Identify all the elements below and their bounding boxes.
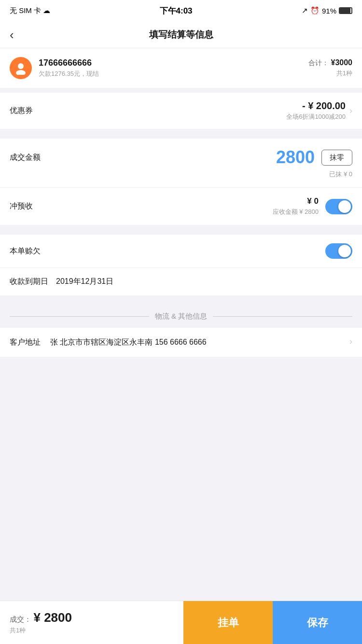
status-time: 下午4:03	[160, 5, 193, 16]
due-date-section: 收款到期日 2019年12月31日	[0, 267, 362, 295]
deal-row: 成交金额 2800 抹零	[10, 147, 352, 168]
logistics-title: 物流 & 其他信息	[155, 312, 207, 321]
status-right: ↗ ⏰ 91%	[302, 6, 352, 15]
credit-toggle[interactable]	[325, 243, 352, 259]
battery-icon	[339, 7, 352, 14]
due-date-label: 收款到期日	[10, 277, 48, 287]
nav-bar: ‹ 填写结算等信息	[0, 21, 362, 48]
prepaid-toggle[interactable]	[325, 199, 352, 214]
address-chevron-icon: ›	[349, 336, 352, 347]
customer-right: 合计： ¥3000 共1种	[308, 58, 352, 78]
prepaid-row: 冲预收 ¥ 0 应收金额 ¥ 2800	[10, 196, 352, 216]
back-button[interactable]: ‹	[10, 28, 14, 41]
deal-amount-value: 2800	[276, 147, 315, 168]
deal-amount-label: 成交金额	[10, 153, 41, 163]
battery-label: 91%	[322, 7, 336, 15]
location-icon: ↗	[302, 6, 308, 15]
address-right: ›	[349, 336, 352, 347]
save-button[interactable]: 保存	[273, 601, 362, 644]
chevron-right-icon: ›	[349, 106, 352, 116]
round-button[interactable]: 抹零	[321, 150, 352, 166]
status-bar: 无 SIM 卡 ☁ 下午4:03 ↗ ⏰ 91%	[0, 0, 362, 21]
due-date-value: 2019年12月31日	[56, 277, 113, 287]
deal-amount-section: 成交金额 2800 抹零 已抹 ¥ 0	[0, 139, 362, 187]
deal-sub-text: 已抹 ¥ 0	[10, 170, 352, 179]
bottom-count: 共1种	[10, 626, 174, 635]
main-content: 17666666666 欠款1276.35元，现结 合计： ¥3000 共1种 …	[0, 48, 362, 405]
bottom-deal-row: 成交： ¥ 2800	[10, 610, 174, 625]
due-date-row: 收款到期日 2019年12月31日	[10, 277, 352, 287]
prepaid-label: 冲预收	[10, 201, 33, 211]
bottom-deal-label: 成交：	[10, 615, 31, 623]
address-section[interactable]: 客户地址 张 北京市市辖区海淀区永丰南 156 6666 6666 ›	[0, 328, 362, 357]
coupon-row[interactable]: 优惠券 - ¥ 200.00 全场6折满1000减200 ›	[0, 93, 362, 129]
no-sim-label: 无 SIM 卡 ☁	[10, 6, 50, 15]
prepaid-right: ¥ 0 应收金额 ¥ 2800	[273, 196, 352, 216]
customer-info: 17666666666 欠款1276.35元，现结	[39, 58, 99, 78]
bottom-bar: 成交： ¥ 2800 共1种 挂单 保存	[0, 601, 362, 644]
total-label: 合计：	[308, 59, 329, 67]
total-count: 共1种	[308, 69, 352, 78]
svg-point-1	[16, 70, 26, 75]
page-title: 填写结算等信息	[149, 28, 213, 41]
logistics-header: 物流 & 其他信息	[0, 305, 362, 328]
bottom-summary: 成交： ¥ 2800 共1种	[0, 610, 183, 635]
status-left: 无 SIM 卡 ☁	[10, 6, 50, 15]
hold-button[interactable]: 挂单	[183, 601, 273, 644]
section-divider-1	[0, 134, 362, 139]
deal-right: 2800 抹零	[276, 147, 352, 168]
customer-left: 17666666666 欠款1276.35元，现结	[10, 57, 99, 79]
section-divider-2	[0, 225, 362, 230]
coupon-amount: - ¥ 200.00	[286, 100, 346, 112]
customer-card: 17666666666 欠款1276.35元，现结 合计： ¥3000 共1种	[0, 48, 362, 88]
coupon-info: - ¥ 200.00 全场6折满1000减200	[286, 100, 346, 121]
alarm-icon: ⏰	[310, 6, 320, 15]
coupon-desc: 全场6折满1000减200	[286, 112, 346, 121]
logistics-line-left	[10, 316, 149, 317]
logistics-line-right	[213, 316, 352, 317]
prepaid-amount-val: ¥ 0	[273, 196, 319, 206]
customer-subtitle: 欠款1276.35元，现结	[39, 70, 99, 78]
total-label-row: 合计： ¥3000	[308, 58, 352, 68]
total-amount: ¥3000	[331, 58, 353, 67]
avatar	[10, 57, 32, 79]
prepaid-section: 冲预收 ¥ 0 应收金额 ¥ 2800	[0, 187, 362, 225]
credit-section: 本单赊欠	[0, 235, 362, 267]
bottom-amount: ¥ 2800	[33, 610, 72, 625]
prepaid-amount: ¥ 0 应收金额 ¥ 2800	[273, 196, 319, 216]
credit-label: 本单赊欠	[10, 246, 41, 256]
svg-point-0	[18, 63, 24, 69]
logistics-divider	[0, 300, 362, 305]
coupon-right: - ¥ 200.00 全场6折满1000减200 ›	[286, 100, 352, 121]
address-value: 张 北京市市辖区海淀区永丰南 156 6666 6666	[50, 336, 349, 348]
customer-phone: 17666666666	[39, 58, 99, 68]
prepaid-amount-sub: 应收金额 ¥ 2800	[273, 208, 319, 216]
coupon-label: 优惠券	[10, 106, 33, 116]
address-label: 客户地址	[10, 336, 41, 348]
